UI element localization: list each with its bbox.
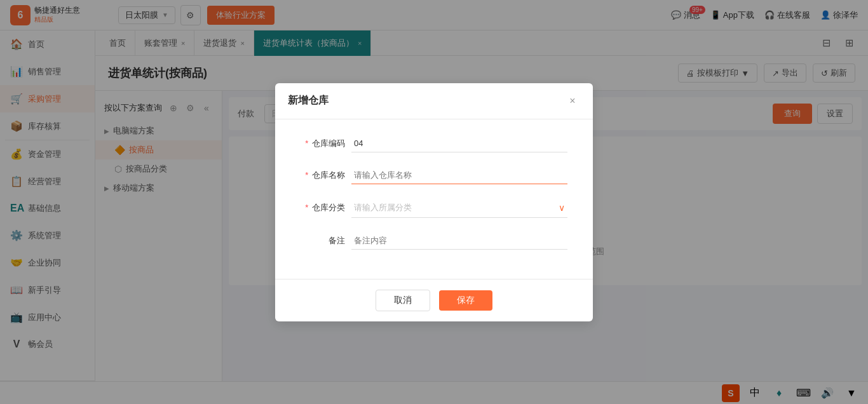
form-row-code: * 仓库编码	[301, 135, 567, 152]
name-label: * 仓库名称	[301, 170, 351, 181]
category-placeholder: 请输入所属分类	[354, 202, 412, 213]
category-label: * 仓库分类	[301, 202, 351, 213]
modal-body: * 仓库编码 * 仓库名称 * 仓库分类 请输入所属	[275, 119, 593, 279]
category-arrow-icon: ∨	[559, 203, 565, 213]
form-row-name: * 仓库名称	[301, 166, 567, 184]
modal-title: 新增仓库	[288, 94, 329, 107]
cancel-button[interactable]: 取消	[376, 290, 430, 311]
save-button[interactable]: 保存	[439, 290, 492, 311]
modal-header: 新增仓库 ×	[275, 83, 593, 119]
form-row-note: 备注	[301, 232, 567, 250]
form-row-category: * 仓库分类 请输入所属分类 ∨	[301, 198, 567, 218]
modal-footer: 取消 保存	[275, 279, 593, 321]
category-select[interactable]: 请输入所属分类 ∨	[351, 198, 567, 218]
modal-overlay[interactable]: 新增仓库 × * 仓库编码 * 仓库名称	[0, 0, 868, 404]
note-input[interactable]	[351, 232, 567, 250]
name-input[interactable]	[351, 166, 567, 184]
code-input[interactable]	[351, 135, 567, 152]
modal-close-button[interactable]: ×	[565, 93, 580, 109]
add-warehouse-modal: 新增仓库 × * 仓库编码 * 仓库名称	[275, 83, 593, 321]
code-label: * 仓库编码	[301, 138, 351, 149]
note-label: 备注	[301, 235, 351, 246]
